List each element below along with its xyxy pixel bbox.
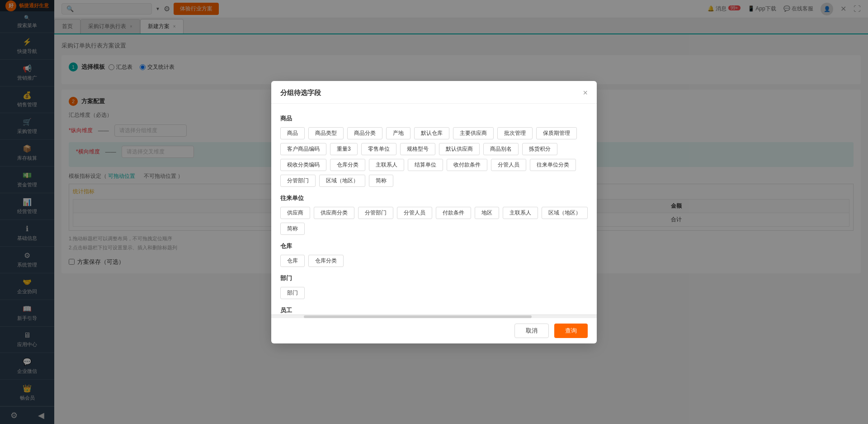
field-supplier[interactable]: 供应商 (280, 207, 310, 219)
field-main-contact[interactable]: 主联系人 (369, 159, 404, 171)
modal-title: 分组待选字段 (280, 89, 321, 97)
field-goods-alias[interactable]: 商品别名 (483, 143, 519, 155)
field-settlement-unit[interactable]: 结算单位 (408, 159, 443, 171)
field-main-contact2[interactable]: 主联系人 (503, 207, 538, 219)
modal-close-button[interactable]: × (583, 88, 588, 98)
field-region1[interactable]: 区域（地区） (319, 175, 365, 187)
field-customer-code[interactable]: 客户商品编码 (280, 143, 326, 155)
modal-horizontal-scrollbar[interactable] (271, 314, 597, 317)
field-abbr1[interactable]: 简称 (369, 175, 393, 187)
section-title-employee: 员工 (280, 306, 588, 314)
field-managed-dept[interactable]: 分管部门 (358, 207, 393, 219)
section-title-dept: 部门 (280, 274, 588, 282)
field-warehouse-cat[interactable]: 仓库分类 (308, 255, 344, 267)
modal-overlay: 分组待选字段 × 商品 商品 商品类型 商品分类 产地 默认仓库 主要供应商 批… (0, 0, 868, 424)
field-abbr2[interactable]: 简称 (280, 223, 305, 235)
field-managed-person[interactable]: 分管人员 (397, 207, 432, 219)
warehouse-fields: 仓库 仓库分类 (280, 255, 588, 267)
cancel-button[interactable]: 取消 (514, 324, 549, 338)
field-main-supplier[interactable]: 主要供应商 (453, 127, 494, 139)
field-weight3[interactable]: 重量3 (330, 143, 358, 155)
scrollbar-thumb (304, 315, 532, 318)
section-title-warehouse: 仓库 (280, 242, 588, 250)
field-dept-managed[interactable]: 分管部门 (280, 175, 316, 187)
modal-body: 商品 商品 商品类型 商品分类 产地 默认仓库 主要供应商 批次管理 保质期管理… (271, 104, 597, 315)
field-spec-model[interactable]: 规格型号 (400, 143, 435, 155)
field-region2[interactable]: 区域（地区） (542, 207, 588, 219)
field-shelf-life[interactable]: 保质期管理 (536, 127, 577, 139)
field-retail-unit[interactable]: 零售单位 (361, 143, 396, 155)
field-goods[interactable]: 商品 (280, 127, 305, 139)
field-dept[interactable]: 部门 (280, 287, 305, 299)
field-default-supplier[interactable]: 默认供应商 (439, 143, 480, 155)
dept-fields: 部门 (280, 287, 588, 299)
field-default-warehouse[interactable]: 默认仓库 (414, 127, 449, 139)
field-origin[interactable]: 产地 (386, 127, 410, 139)
field-partner-category[interactable]: 往来单位分类 (530, 159, 576, 171)
section-title-goods: 商品 (280, 114, 588, 123)
modal-footer: 取消 查询 (271, 318, 597, 343)
field-payment-terms[interactable]: 收付款条件 (447, 159, 487, 171)
field-supplier-category[interactable]: 供应商分类 (314, 207, 354, 219)
field-manager[interactable]: 分管人员 (491, 159, 526, 171)
goods-fields: 商品 商品类型 商品分类 产地 默认仓库 主要供应商 批次管理 保质期管理 客户… (280, 127, 588, 187)
field-warehouse[interactable]: 仓库 (280, 255, 305, 267)
field-goods-type[interactable]: 商品类型 (308, 127, 344, 139)
field-tax-code[interactable]: 税收分类编码 (280, 159, 326, 171)
field-pick-points[interactable]: 拣货积分 (522, 143, 557, 155)
field-batch-mgmt[interactable]: 批次管理 (497, 127, 533, 139)
field-area[interactable]: 地区 (475, 207, 499, 219)
field-payment-cond[interactable]: 付款条件 (436, 207, 471, 219)
section-title-partners: 往来单位 (280, 194, 588, 202)
confirm-button[interactable]: 查询 (554, 324, 588, 338)
modal-header: 分组待选字段 × (271, 81, 597, 104)
field-warehouse-category[interactable]: 仓库分类 (330, 159, 365, 171)
partners-fields: 供应商 供应商分类 分管部门 分管人员 付款条件 地区 主联系人 区域（地区） … (280, 207, 588, 235)
modal-dialog: 分组待选字段 × 商品 商品 商品类型 商品分类 产地 默认仓库 主要供应商 批… (271, 81, 597, 343)
field-goods-category[interactable]: 商品分类 (347, 127, 382, 139)
